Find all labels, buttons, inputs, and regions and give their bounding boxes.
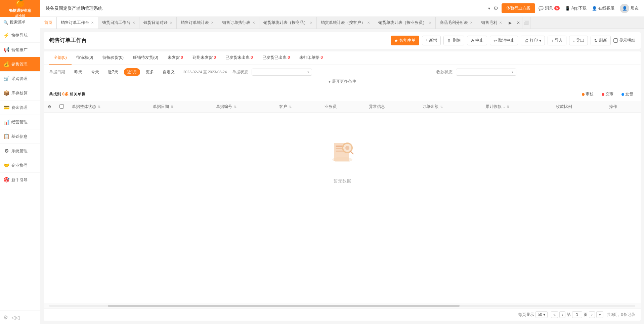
scroll-bar-container[interactable]	[44, 303, 641, 308]
tab-close-icon-5[interactable]: ✕	[252, 21, 255, 25]
import-icon: ↑	[551, 38, 553, 43]
page-number-input[interactable]: 1	[572, 311, 582, 318]
smart-create-button[interactable]: ★ 智能生单	[391, 36, 419, 45]
th-customer[interactable]: 客户 ⇅	[275, 101, 320, 113]
subtab-not-shipped[interactable]: 未发货 0	[163, 51, 188, 65]
app-download-btn[interactable]: 📱 App下载	[565, 5, 587, 11]
subtab-all[interactable]: 全部(0)	[49, 51, 72, 65]
select-all-checkbox[interactable]	[59, 104, 64, 109]
subtab-shipped-not-out[interactable]: 已发货未出库 0	[221, 51, 258, 65]
stop-button[interactable]: ⊘ 中止	[467, 36, 487, 45]
tab-sales-profit[interactable]: 销售毛利 ✕	[477, 17, 506, 29]
export-icon: ↓	[573, 38, 575, 43]
tab-close-icon-2[interactable]: ✕	[132, 21, 135, 25]
topbar-settings-icon[interactable]: ⚙	[493, 5, 498, 11]
subtab-overdue[interactable]: 到期未发货 0	[188, 51, 221, 65]
tab-maximize-btn[interactable]: ⬜	[522, 17, 530, 29]
sidebar-item-search[interactable]: 🔍 搜索菜单	[0, 17, 40, 28]
sidebar-item-system[interactable]: ⚙ 系统管理	[0, 144, 40, 158]
subtab-shipped-out-label: 已发货已出库 0	[262, 55, 290, 60]
prev-page-btn[interactable]: ‹	[559, 311, 565, 318]
online-service-btn[interactable]: 👤 在线客服	[592, 5, 614, 11]
print-button[interactable]: 🖨 打印 ▾	[521, 36, 545, 45]
tab-close-icon-10[interactable]: ✕	[499, 21, 502, 25]
settings-bottom-icon[interactable]: ⚙	[3, 314, 8, 321]
tab-sales-product[interactable]: 销货单统计表（按商品） ✕	[259, 17, 317, 29]
sidebar-item-basic-info[interactable]: 📋 基础信息	[0, 129, 40, 144]
sidebar-item-enterprise[interactable]: 🤝 企业协同	[0, 158, 40, 173]
status-select[interactable]: ▾	[252, 69, 312, 76]
th-doc-status[interactable]: 单据整体状态 ⇅	[68, 101, 149, 113]
show-detail-checkbox[interactable]: 显示明细	[613, 38, 635, 43]
tab-sales-customer[interactable]: 销货单统计表（按客户） ✕	[317, 17, 374, 29]
tab-money-reconcile[interactable]: 钱货日清对账 ✕	[139, 17, 177, 29]
audit-action-btn[interactable]: 审核	[580, 90, 596, 98]
tab-close-all-btn[interactable]: ✕	[514, 17, 522, 29]
tab-sales-workbench[interactable]: 销售订单工作台 ✕	[57, 17, 98, 29]
last-page-btn[interactable]: »	[596, 311, 603, 318]
th-order-amount[interactable]: 订单金额 ⇅	[418, 101, 481, 113]
tab-more-btn[interactable]: ▶	[506, 17, 514, 29]
subtab-shipped-out[interactable]: 已发货已出库 0	[258, 51, 295, 65]
tab-profit-analysis[interactable]: 商品毛利分析表 ✕	[436, 17, 477, 29]
next-page-btn[interactable]: ›	[589, 311, 595, 318]
date-btn-custom[interactable]: 自定义	[160, 68, 178, 76]
date-btn-yesterday[interactable]: 昨天	[71, 68, 85, 76]
tab-close-icon-9[interactable]: ✕	[470, 21, 473, 25]
subtab-pending-check[interactable]: 待拣验货(0)	[98, 51, 128, 65]
sidebar-item-inventory[interactable]: 📦 库存核算	[0, 86, 40, 100]
tab-close-icon-8[interactable]: ✕	[429, 21, 431, 25]
export-button[interactable]: ↓ 导出	[569, 36, 588, 45]
tab-sales-stats[interactable]: 销售订单统计表 ✕	[177, 17, 218, 29]
sidebar-item-quicknav[interactable]: ⚡ 快捷导航	[0, 28, 40, 43]
th-doc-date[interactable]: 单据日期 ⇅	[149, 101, 212, 113]
date-btn-7days[interactable]: 近7天	[105, 68, 121, 76]
th-accum-payment[interactable]: 累计收款... ⇅	[481, 101, 552, 113]
first-page-btn[interactable]: «	[551, 311, 558, 318]
tab-close-icon[interactable]: ✕	[91, 21, 94, 25]
tab-close-icon-4[interactable]: ✕	[211, 21, 214, 25]
refresh-button[interactable]: ↻ 刷新	[591, 36, 611, 45]
tab-sales-exec[interactable]: 销售订单执行表 ✕	[218, 17, 259, 29]
tab-close-icon-7[interactable]: ✕	[367, 21, 370, 25]
sidebar-item-marketing[interactable]: 📢 营销推广	[0, 43, 40, 57]
sidebar-system-label: 系统管理	[11, 148, 28, 154]
tab-money-clear[interactable]: 钱货日清工作台 ✕	[98, 17, 139, 29]
sidebar-item-finance[interactable]: 💳 资金管理	[0, 100, 40, 115]
th-settings[interactable]: ⚙	[44, 101, 55, 113]
add-button[interactable]: + 新增	[422, 36, 441, 45]
date-btn-more[interactable]: 更多	[143, 68, 157, 76]
tab-sales-staff[interactable]: 销货单统计表（按业务员） ✕	[374, 17, 436, 29]
collapse-icon[interactable]: ◁◁	[11, 314, 19, 321]
tab-close-icon-3[interactable]: ✕	[170, 21, 172, 25]
import-button[interactable]: ↑ 导入	[548, 36, 566, 45]
subtab-not-printed[interactable]: 未打印单据 0	[295, 51, 328, 65]
delete-button[interactable]: 🗑 删除	[443, 36, 464, 45]
tab-close-icon-6[interactable]: ✕	[310, 21, 312, 25]
expand-filter-btn[interactable]: ▾ 展开更多条件	[329, 79, 356, 84]
show-detail-input[interactable]	[613, 38, 618, 43]
solution-button[interactable]: 体验行业方案	[502, 3, 535, 13]
topbar-dropdown[interactable]: ▾	[488, 6, 490, 11]
ship-action-btn[interactable]: 发货	[619, 90, 635, 98]
date-range-display: 2023-02-24 至 2023-03-24	[183, 70, 227, 75]
sidebar-item-operations[interactable]: 📊 经营管理	[0, 115, 40, 129]
th-checkbox[interactable]	[55, 101, 68, 113]
sidebar-item-guide[interactable]: 🎯 新手引导	[0, 173, 40, 187]
date-btn-today[interactable]: 今天	[88, 68, 102, 76]
user-menu-btn[interactable]: 👤 用友	[620, 4, 639, 13]
system-icon: ⚙	[3, 148, 9, 154]
th-doc-num[interactable]: 单据编号 ⇅	[212, 101, 275, 113]
subtab-wangpu[interactable]: 旺铺待发货(0)	[128, 51, 163, 65]
date-btn-1month[interactable]: 近1月	[124, 68, 140, 76]
payment-select[interactable]: ▾	[456, 69, 516, 76]
reject-action-btn[interactable]: 充审	[600, 90, 615, 98]
messages-btn[interactable]: 💬 消息 6	[539, 5, 560, 11]
sidebar-item-sales[interactable]: 💰 销售管理	[0, 57, 40, 72]
tab-home[interactable]: 首页	[40, 17, 57, 29]
sidebar-item-purchase[interactable]: 🛒 采购管理	[0, 72, 40, 86]
page-size-box[interactable]: 50 ▾	[535, 311, 548, 318]
scroll-bar-thumb[interactable]	[108, 305, 460, 307]
cancel-stop-button[interactable]: ↩ 取消中止	[490, 36, 518, 45]
subtab-pending-audit[interactable]: 待审核(0)	[72, 51, 98, 65]
